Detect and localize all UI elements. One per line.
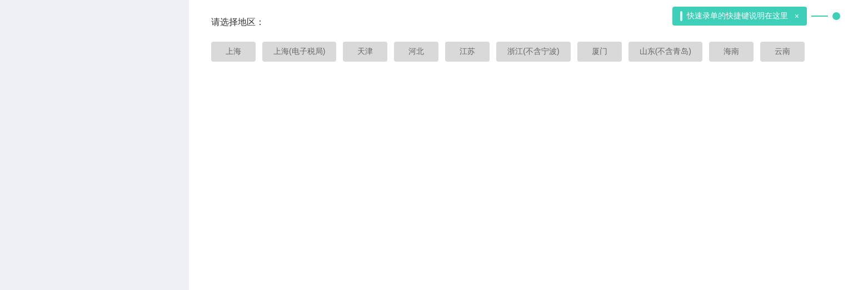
region-btn-jiangsu[interactable]: 江苏 <box>445 42 490 62</box>
region-btn-tianjin[interactable]: 天津 <box>343 42 387 62</box>
region-btn-yunnan[interactable]: 云南 <box>760 42 805 62</box>
main-content: 请选择地区： 上海上海(电子税局)天津河北江苏浙江(不含宁波)厦门山东(不含青岛… <box>189 0 868 290</box>
region-btn-shanghai-etax[interactable]: 上海(电子税局) <box>262 42 336 62</box>
region-btn-xiamen[interactable]: 厦门 <box>577 42 622 62</box>
tooltip-line <box>811 16 828 17</box>
tooltip-container: 快速录单的快捷键说明在这里 × <box>672 7 840 26</box>
region-btn-shandong[interactable]: 山东(不含青岛) <box>628 42 702 62</box>
region-buttons-container: 上海上海(电子税局)天津河北江苏浙江(不含宁波)厦门山东(不含青岛)海南云南 <box>211 42 846 62</box>
tooltip-dot <box>832 12 840 20</box>
region-btn-hebei[interactable]: 河北 <box>394 42 438 62</box>
tooltip-close-button[interactable]: × <box>795 12 799 21</box>
tooltip-text: 快速录单的快捷键说明在这里 <box>687 11 788 21</box>
tooltip-box: 快速录单的快捷键说明在这里 × <box>672 7 807 26</box>
left-sidebar <box>0 0 189 290</box>
tooltip-bar-icon <box>680 11 682 21</box>
region-btn-zhejiang[interactable]: 浙江(不含宁波) <box>496 42 570 62</box>
region-btn-hainan[interactable]: 海南 <box>709 42 754 62</box>
region-btn-shanghai[interactable]: 上海 <box>211 42 256 62</box>
